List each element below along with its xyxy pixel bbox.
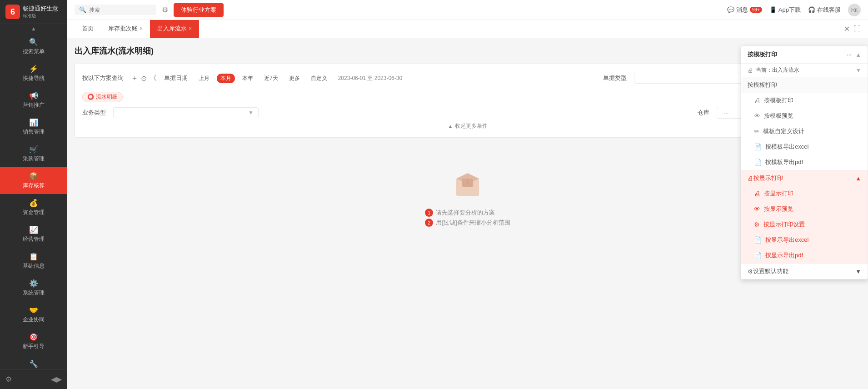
collapse-up-icon: ▲ (448, 123, 453, 130)
sidebar-item-sales[interactable]: 📊 销售管理 (0, 114, 67, 140)
inventory-nav-icon: 📦 (29, 172, 38, 180)
tab-flow-close[interactable]: × (189, 25, 192, 32)
sidebar-item-cooperation[interactable]: 🤝 企业协同 (0, 301, 67, 328)
tab-batch-account-close[interactable]: × (140, 25, 143, 32)
dropdown-collapse-icon[interactable]: ▲ (855, 51, 861, 58)
customer-service-btn[interactable]: 🎧 在线客服 (808, 6, 841, 14)
search-icon: 🔍 (79, 6, 86, 13)
sidebar-item-label: 企业协同 (23, 316, 45, 324)
marketing-nav-icon: 📢 (29, 91, 38, 100)
tab-batch-account-label: 库存批次账 (108, 25, 138, 33)
display-print-settings-btn[interactable]: ⚙ 按显示打印设置 (741, 217, 868, 232)
display-print-section-header: 🖨 按显示打印 ▲ (741, 170, 868, 186)
sidebar-collapse-btn[interactable]: ◀▶ (51, 375, 62, 384)
filter-row2: 业务类型 ▼ 仓库 ··· (82, 107, 853, 119)
trial-btn[interactable]: 体验行业方案 (174, 3, 224, 17)
collapse-label: 收起更多条件 (455, 122, 488, 130)
message-btn[interactable]: 💬 消息 99+ (727, 6, 762, 14)
template-preview-btn[interactable]: 👁 按模板预览 (741, 108, 868, 124)
sidebar-item-search[interactable]: 🔍 搜索菜单 (0, 33, 67, 60)
search-input[interactable] (89, 7, 144, 13)
template-export-excel-btn[interactable]: 📄 按模板导出excel (741, 139, 868, 155)
date-btn-this-month[interactable]: 本月 (217, 74, 235, 83)
date-btn-more[interactable]: 更多 (285, 74, 304, 83)
flow-filter-tag[interactable]: ⭕ 流水明细 (82, 92, 123, 102)
template-print-section: 按模板打印 🖨 按模板打印 👁 按模板预览 ✏ 模板自定义设计 📄 按模板导出e… (741, 77, 868, 170)
sidebar-settings-btn[interactable]: ⚙ (5, 375, 12, 384)
date-btn-custom[interactable]: 自定义 (307, 74, 331, 83)
display-print-icon: 🖨 (754, 190, 760, 197)
empty-tips: 1 请先选择要分析的方案 2 用[过滤]条件来缩小分析范围 (425, 207, 510, 229)
template-export-pdf-btn[interactable]: 📄 按模板导出pdf (741, 155, 868, 170)
dropdown-title: 按模板打印 (748, 50, 777, 59)
tab-close-icon[interactable]: ✕ (844, 25, 850, 33)
sidebar-item-inventory[interactable]: 📦 库存核算 (0, 167, 67, 194)
sidebar-item-label: 采购管理 (23, 155, 45, 163)
sidebar-item-label: 搜索菜单 (23, 48, 45, 55)
template-custom-btn[interactable]: ✏ 模板自定义设计 (741, 124, 868, 139)
date-btn-last-month[interactable]: 上月 (195, 74, 213, 83)
cooperation-nav-icon: 🤝 (29, 306, 38, 314)
topbar: 🔍 ⚙ 体验行业方案 💬 消息 99+ 📱 App下载 🎧 在线客服 Rit (67, 0, 868, 20)
filter-tag-icon: ⭕ (87, 94, 94, 100)
current-indicator-icon: 🖨 (748, 67, 753, 74)
date-btn-this-year[interactable]: 本年 (239, 74, 257, 83)
tab-home[interactable]: 首页 (75, 20, 101, 38)
filter-collapse-left-btn[interactable]: 《 (150, 74, 157, 83)
display-preview-btn[interactable]: 👁 按显示预览 (741, 201, 868, 217)
display-settings-icon: ⚙ (754, 221, 760, 228)
warehouse-more-icon[interactable]: ··· (723, 109, 729, 116)
search-box[interactable]: 🔍 (75, 5, 156, 15)
sidebar-item-shortcut[interactable]: ⚡ 快捷导航 (0, 60, 67, 87)
sidebar-item-system[interactable]: ⚙️ 系统管理 (0, 274, 67, 301)
date-range: 2023-06-01 至 2023-06-30 (338, 75, 402, 82)
sidebar-item-basic[interactable]: 📋 基础信息 (0, 248, 67, 274)
dropdown-footer[interactable]: ⚙ 设置默认功能 ▼ (741, 264, 868, 279)
filter-add-btn[interactable]: ＋ (131, 74, 138, 83)
display-section-arrow[interactable]: ▲ (855, 175, 861, 182)
display-export-excel-label: 按显示导出excel (765, 236, 808, 244)
tip-num-1: 1 (425, 209, 433, 217)
dropdown-current: 🖨 当前：出入库流水 ▼ (741, 64, 868, 77)
filter-settings-btn[interactable]: ⊙ (141, 74, 147, 83)
user-avatar[interactable]: Rit (848, 4, 861, 16)
business-type-select[interactable]: ▼ (113, 107, 259, 118)
voucher-type-label: 单据类型 (603, 74, 627, 82)
message-icon: 💬 (727, 6, 734, 13)
date-btn-7days[interactable]: 近7天 (260, 74, 282, 83)
tab-batch-account[interactable]: 库存批次账 × (101, 20, 150, 38)
collapse-btn[interactable]: ▲ 收起更多条件 (448, 122, 488, 130)
tab-bar: 首页 库存批次账 × 出入库流水 × ✕ ⛶ (67, 20, 868, 38)
sidebar-item-apps[interactable]: 🔧 应用中心 (0, 355, 67, 369)
sidebar-item-operations[interactable]: 📈 经营管理 (0, 221, 67, 248)
sidebar-item-marketing[interactable]: 📢 营销推广 (0, 87, 67, 114)
display-print-btn[interactable]: 🖨 按显示打印 (741, 186, 868, 201)
dropdown-more-icon[interactable]: ··· (847, 51, 852, 58)
sidebar-scroll-up[interactable]: ▲ (0, 24, 67, 33)
display-section-label: 按显示打印 (753, 174, 783, 182)
settings-gear-icon[interactable]: ⚙ (162, 5, 168, 14)
display-export-pdf-label: 按显示导出pdf (765, 251, 803, 259)
display-export-pdf-btn[interactable]: 📄 按显示导出pdf (741, 248, 868, 263)
headset-icon: 🎧 (808, 6, 815, 13)
tab-expand-icon[interactable]: ⛶ (853, 25, 861, 33)
sidebar-item-guide[interactable]: 🎯 新手引导 (0, 328, 67, 355)
message-badge: 99+ (750, 7, 762, 13)
sidebar: 6 畅捷通好生意 标准版 ▲ 🔍 搜索菜单 ⚡ 快捷导航 📢 营销推广 📊 销售… (0, 0, 67, 389)
display-export-excel-btn[interactable]: 📄 按显示导出excel (741, 232, 868, 248)
shortcut-nav-icon: ⚡ (29, 65, 38, 73)
app-download-btn[interactable]: 📱 App下载 (769, 6, 801, 14)
filter-actions: ＋ ⊙ 《 (131, 74, 157, 83)
current-arrow-icon[interactable]: ▼ (856, 67, 861, 74)
template-pdf-icon: 📄 (754, 159, 762, 166)
sidebar-item-purchase[interactable]: 🛒 采购管理 (0, 140, 67, 167)
system-nav-icon: ⚙️ (29, 279, 38, 288)
sidebar-item-finance[interactable]: 💰 资金管理 (0, 194, 67, 221)
sidebar-item-label: 系统管理 (23, 289, 45, 297)
guide-nav-icon: 🎯 (29, 333, 38, 341)
template-print-btn[interactable]: 🖨 按模板打印 (741, 93, 868, 108)
display-excel-icon: 📄 (754, 236, 762, 244)
filter-row-top: 按以下方案查询 ＋ ⊙ 《 单据日期 上月 本月 本年 近7天 更多 自定义 2… (82, 71, 853, 85)
tab-flow[interactable]: 出入库流水 × (150, 20, 199, 38)
template-print-label: 按模板打印 (764, 96, 793, 105)
